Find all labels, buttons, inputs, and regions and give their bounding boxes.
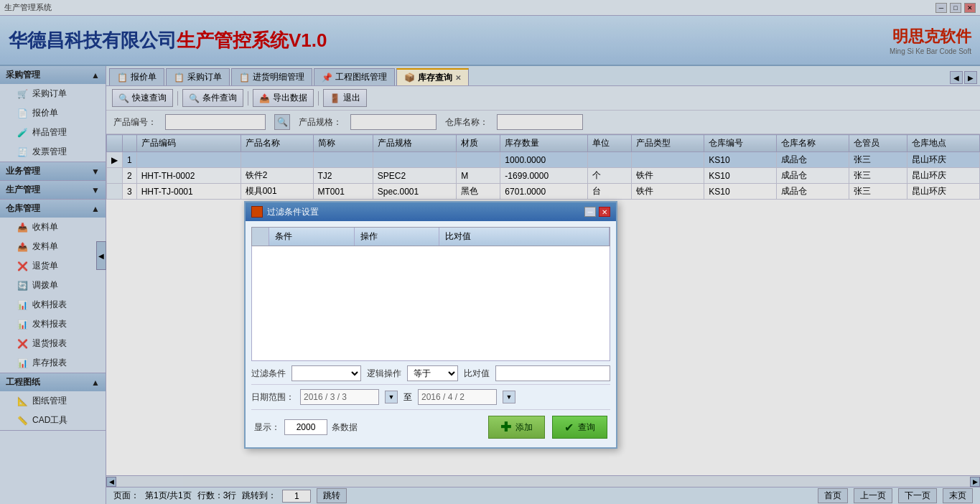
modal-title-icon — [251, 206, 263, 218]
modal-close-btn[interactable]: ✕ — [599, 207, 610, 217]
display-count-input[interactable] — [284, 419, 327, 435]
add-btn-label: 添加 — [515, 421, 533, 434]
modal-title-bar: 过滤条件设置 ─ ✕ — [246, 202, 616, 221]
filter-condition-label: 过滤条件 — [251, 368, 286, 380]
date-to-btn[interactable]: ▼ — [503, 391, 515, 403]
modal-display-row: 显示： 条数据 — [254, 419, 358, 435]
check-icon: ✔ — [564, 421, 574, 434]
plus-icon: ✚ — [500, 419, 511, 435]
date-to-label: 至 — [403, 391, 412, 403]
compare-value-label: 比对值 — [464, 368, 490, 380]
modal-col-condition: 条件 — [269, 228, 355, 246]
modal-title-left: 过滤条件设置 — [251, 206, 319, 218]
query-btn-label: 查询 — [578, 421, 595, 434]
modal-table-header: 条件 操作 比对值 — [251, 227, 610, 246]
modal-controls: ─ ✕ — [584, 207, 610, 217]
date-from-input[interactable] — [300, 389, 379, 405]
compare-value-input[interactable] — [495, 365, 610, 381]
date-from-btn[interactable]: ▼ — [385, 391, 398, 403]
modal-form-row: 过滤条件 逻辑操作 等于 比对值 — [251, 361, 610, 384]
filter-condition-select[interactable] — [291, 365, 361, 381]
modal-col-compare: 比对值 — [439, 228, 610, 246]
date-to-input[interactable] — [418, 389, 497, 405]
filter-modal: 过滤条件设置 ─ ✕ 条件 操作 比对值 过滤条件 — [244, 201, 617, 449]
modal-col-operation: 操作 — [355, 228, 440, 246]
display-suffix: 条数据 — [332, 421, 358, 434]
modal-table-body — [251, 246, 610, 361]
logic-op-label: 逻辑操作 — [367, 368, 401, 380]
modal-date-row: 日期范围： ▼ 至 ▼ — [251, 384, 610, 409]
modal-min-btn[interactable]: ─ — [584, 207, 596, 217]
date-range-label: 日期范围： — [251, 391, 294, 403]
modal-title-text: 过滤条件设置 — [267, 206, 319, 218]
modal-footer: 显示： 条数据 ✚ 添加 ✔ 查询 — [251, 409, 610, 442]
modal-action-btns: ✚ 添加 ✔ 查询 — [488, 416, 607, 439]
modal-overlay: 过滤条件设置 ─ ✕ 条件 操作 比对值 过滤条件 — [0, 0, 980, 504]
query-btn[interactable]: ✔ 查询 — [552, 416, 607, 439]
display-label: 显示： — [254, 421, 280, 434]
modal-content: 条件 操作 比对值 过滤条件 逻辑操作 等于 比对值 日 — [246, 221, 616, 447]
logic-op-select[interactable]: 等于 — [407, 365, 458, 381]
modal-col-marker — [252, 228, 269, 246]
add-condition-btn[interactable]: ✚ 添加 — [488, 416, 545, 439]
